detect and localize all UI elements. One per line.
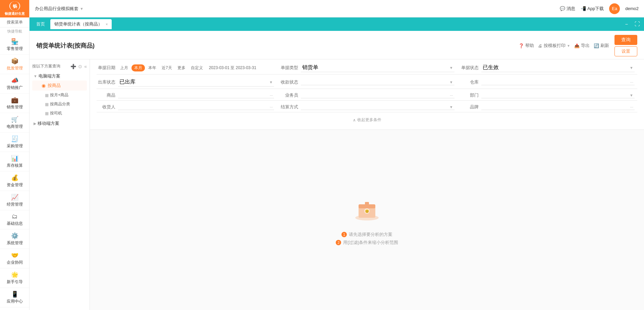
scheme-group-mobile-header[interactable]: ▶ 移动端方案: [32, 119, 87, 128]
empty-hint-1: 1 请先选择要分析的方案: [341, 231, 392, 238]
user-avatar[interactable]: Ea: [609, 3, 620, 14]
type-value-container[interactable]: 销货单 ▼: [301, 63, 454, 72]
app-title: 畅捷通好生意: [5, 11, 25, 16]
scheme-item-by-goods[interactable]: ◉ 按商品: [32, 81, 87, 91]
warehouse-container[interactable]: ···: [481, 80, 635, 85]
scheme-by-goods-label: 按商品: [48, 83, 61, 89]
scheme-item-by-driver[interactable]: ▦ 按司机: [32, 109, 87, 118]
operations-icon: 📈: [11, 194, 18, 201]
type-value: 销货单: [302, 64, 318, 71]
date-btn-this-month[interactable]: 本月: [131, 64, 145, 71]
date-range-value: 2023-03-01 至 2023-03-31: [209, 65, 256, 71]
tab-minimize-button[interactable]: －: [623, 20, 631, 28]
logo-icon: 畅: [9, 1, 20, 11]
collapse-panel-icon[interactable]: «: [84, 64, 87, 69]
settings-button[interactable]: 设置: [614, 46, 637, 56]
collapse-bar[interactable]: ∧ 收起更多条件: [97, 114, 637, 125]
tab-sales-stat[interactable]: 销货单统计表（按商品） ×: [50, 19, 112, 29]
scheme-group-pc-label: 电脑端方案: [39, 73, 60, 79]
sidebar-item-cooperation[interactable]: 🤝 企业协同: [0, 249, 29, 268]
quick-nav[interactable]: 快捷导航: [0, 28, 29, 35]
header-actions: ❓ 帮助 🖨 按模板打印 ▼ 📤 导出 🔄 刷新: [519, 43, 609, 49]
message-button[interactable]: 💬 消息: [560, 6, 575, 12]
finance-icon: 💰: [11, 174, 18, 182]
scheme-item-by-category[interactable]: ▦ 按商品分类: [32, 100, 87, 109]
search-menu[interactable]: 搜索菜单: [0, 17, 29, 28]
print-label: 按模板打印: [544, 43, 566, 49]
panel-icons: ➕ ⊙ «: [70, 64, 87, 69]
warehouse-dots: ···: [630, 80, 633, 84]
out-status-value: 已出库: [119, 79, 136, 86]
date-btn-7days[interactable]: 近7天: [160, 64, 174, 71]
doc-status-label: 单据状态: [460, 65, 481, 71]
scheme-driver-icon: ▦: [45, 111, 49, 116]
help-label: 帮助: [525, 43, 534, 49]
sidebar-item-marketing[interactable]: 📣 营销推广: [0, 74, 29, 94]
sidebar-item-basic[interactable]: 🗂 基础信息: [0, 210, 29, 229]
date-btn-more[interactable]: 更多: [175, 64, 187, 71]
sidebar-item-sales[interactable]: 💼 销售管理: [0, 94, 29, 113]
refresh-button[interactable]: 🔄 刷新: [594, 43, 609, 49]
sidebar-item-wechat[interactable]: 💬 企业微信: [0, 307, 29, 310]
staff-container[interactable]: ···: [301, 93, 454, 98]
doc-status-value-container[interactable]: 已生效 ▼: [481, 63, 635, 72]
tab-home[interactable]: 首页: [32, 19, 49, 29]
settle-arrow: ▼: [449, 105, 453, 109]
help-button[interactable]: ❓ 帮助: [519, 43, 534, 49]
sidebar-item-ecommerce[interactable]: 🛒 电商管理: [0, 113, 29, 133]
date-btn-this-year[interactable]: 本年: [146, 64, 158, 71]
sidebar-item-operations[interactable]: 📈 经营管理: [0, 191, 29, 210]
sidebar-item-finance[interactable]: 💰 资金管理: [0, 171, 29, 191]
receiver-container[interactable]: ···: [118, 104, 274, 110]
app-download-button[interactable]: 📲 App下载: [581, 6, 604, 12]
refresh-label: 刷新: [600, 43, 609, 49]
dept-label: 部门: [460, 92, 481, 98]
industry-selector[interactable]: 办公用品行业模拟账套 ▼: [35, 6, 84, 12]
sidebar-inventory-label: 库存核算: [7, 163, 23, 168]
sidebar-guide-label: 新手引导: [7, 279, 23, 285]
date-btn-last-month[interactable]: 上月: [118, 64, 130, 71]
sidebar-appstore-label: 应用中心: [7, 299, 23, 304]
brand-container[interactable]: ···: [481, 104, 635, 110]
receive-status-container[interactable]: ▼: [301, 80, 454, 85]
date-btn-custom[interactable]: 自定义: [189, 64, 205, 71]
settle-label: 结算方式: [279, 104, 301, 110]
right-panel: 单据日期 上月 本月 本年 近7天 更多 自定义 2023-03-01 至 20…: [90, 59, 644, 310]
goods-dots: ···: [270, 93, 273, 97]
tab-maximize-button[interactable]: ⛶: [633, 20, 641, 28]
sidebar-ecommerce-label: 电商管理: [7, 124, 23, 130]
main-area: 办公用品行业模拟账套 ▼ 💬 消息 📲 App下载 Ea demo2 首页 销货…: [30, 0, 644, 310]
sidebar-item-inventory[interactable]: 📊 库存核算: [0, 152, 29, 171]
sidebar-item-system[interactable]: ⚙️ 系统管理: [0, 229, 29, 249]
sidebar-retail-label: 零售管理: [7, 46, 23, 52]
sidebar-finance-label: 资金管理: [7, 182, 23, 188]
sidebar-item-wholesale[interactable]: 📦 批发管理: [0, 55, 29, 74]
tab-home-label: 首页: [36, 21, 45, 27]
out-status-container[interactable]: 已出库 ▼: [118, 78, 274, 87]
out-status-label: 出库状态: [97, 79, 118, 85]
query-button[interactable]: 查询: [614, 35, 637, 45]
filter-area: 单据日期 上月 本月 本年 近7天 更多 自定义 2023-03-01 至 20…: [90, 59, 644, 130]
staff-dots: ···: [450, 93, 453, 97]
sidebar-marketing-label: 营销推广: [7, 85, 23, 91]
empty-hint-2: 2 用[过滤]条件来缩小分析范围: [336, 240, 398, 246]
staff-label: 业务员: [279, 92, 301, 98]
help-icon: ❓: [519, 43, 524, 48]
tab-close-button[interactable]: ×: [106, 22, 108, 26]
scheme-group-pc-header[interactable]: ▼ 电脑端方案: [32, 72, 87, 81]
top-bar: 办公用品行业模拟账套 ▼ 💬 消息 📲 App下载 Ea demo2: [30, 0, 644, 17]
sidebar-item-appstore[interactable]: 📱 应用中心: [0, 288, 29, 307]
refresh-icon: 🔄: [594, 43, 599, 48]
settle-container[interactable]: ▼: [301, 104, 454, 110]
print-button[interactable]: 🖨 按模板打印 ▼: [538, 43, 570, 49]
dept-container[interactable]: ▼: [481, 93, 635, 98]
scheme-item-by-month-goods[interactable]: ▦ 按月+商品: [32, 91, 87, 100]
content-body: 按以下方案查询 ➕ ⊙ « ▼ 电脑端方案 ◉ 按商品: [30, 59, 644, 310]
edit-scheme-icon[interactable]: ⊙: [78, 64, 82, 69]
goods-container[interactable]: ···: [118, 93, 274, 98]
sidebar-item-retail[interactable]: 🏪 零售管理: [0, 35, 29, 55]
add-scheme-icon[interactable]: ➕: [70, 64, 76, 69]
sidebar-item-guide[interactable]: 🌟 新手引导: [0, 268, 29, 288]
sidebar-item-purchase[interactable]: 🧾 采购管理: [0, 133, 29, 152]
export-button[interactable]: 📤 导出: [574, 43, 590, 49]
